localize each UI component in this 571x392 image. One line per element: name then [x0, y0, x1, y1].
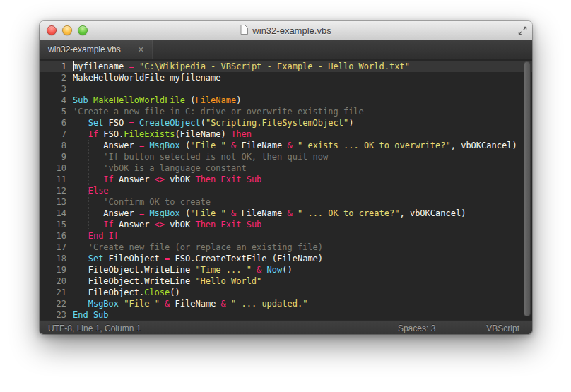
- traffic-lights: [47, 21, 88, 40]
- code-editor[interactable]: 1myfilename = "C:\Wikipedia - VBScript -…: [40, 59, 532, 320]
- code-lines: 1myfilename = "C:\Wikipedia - VBScript -…: [40, 61, 532, 320]
- line-number[interactable]: 23: [40, 309, 66, 320]
- line-number[interactable]: 22: [40, 298, 66, 309]
- code-text: If Answer <> vbOK Then Exit Sub: [73, 219, 261, 230]
- tab-win32-example[interactable]: win32-example.vbs ✕: [40, 40, 153, 59]
- code-text: Sub MakeHelloWorldFile (FileName): [73, 95, 241, 106]
- code-line[interactable]: 1myfilename = "C:\Wikipedia - VBScript -…: [40, 61, 532, 72]
- code-text: Else: [73, 185, 109, 196]
- line-number[interactable]: 20: [40, 275, 66, 287]
- code-line[interactable]: 13 'Confirm OK to create: [40, 196, 532, 208]
- code-text: 'Confirm OK to create: [73, 196, 211, 208]
- line-number[interactable]: 12: [40, 185, 66, 196]
- code-line[interactable]: 14 Answer = MsgBox ("File " & FileName &…: [40, 208, 532, 219]
- code-line[interactable]: 6 Set FSO = CreateObject("Scripting.File…: [40, 117, 532, 129]
- status-syntax[interactable]: VBScript: [486, 323, 519, 333]
- code-line[interactable]: 7 If FSO.FileExists(FileName) Then: [40, 129, 532, 140]
- line-number[interactable]: 2: [40, 72, 66, 83]
- line-number[interactable]: 17: [40, 242, 66, 253]
- code-text: 'vbOK is a language constant: [73, 162, 247, 174]
- vertical-scrollbar[interactable]: [524, 61, 531, 316]
- titlebar[interactable]: win32-example.vbs: [40, 21, 532, 40]
- code-line[interactable]: 19 FileObject.WriteLine "Time ... " & No…: [40, 264, 532, 275]
- line-number[interactable]: 1: [40, 61, 66, 72]
- code-line[interactable]: 5'Create a new file in C: drive or overw…: [40, 106, 532, 117]
- code-text: MakeHelloWorldFile myfilename: [73, 72, 221, 83]
- editor-window: win32-example.vbs win32-example.vbs ✕ 1m…: [40, 21, 532, 334]
- code-line[interactable]: 15 If Answer <> vbOK Then Exit Sub: [40, 219, 532, 230]
- line-number[interactable]: 14: [40, 208, 66, 219]
- code-text: Set FSO = CreateObject("Scripting.FileSy…: [73, 117, 353, 129]
- window-title-area: win32-example.vbs: [240, 25, 331, 37]
- code-text: FileObject.WriteLine "Hello World": [73, 275, 261, 287]
- close-window-button[interactable]: [47, 25, 57, 35]
- code-line[interactable]: 3: [40, 83, 532, 95]
- code-text: myfilename = "C:\Wikipedia - VBScript - …: [73, 61, 410, 72]
- line-number[interactable]: 16: [40, 230, 66, 242]
- window-title: win32-example.vbs: [252, 25, 331, 36]
- code-line[interactable]: 8 Answer = MsgBox ("File " & FileName & …: [40, 140, 532, 151]
- line-number[interactable]: 10: [40, 162, 66, 174]
- code-line[interactable]: 12 Else: [40, 185, 532, 196]
- code-line[interactable]: 17 'Create new file (or replace an exist…: [40, 242, 532, 253]
- line-number[interactable]: 3: [40, 83, 66, 95]
- code-text: If Answer <> vbOK Then Exit Sub: [73, 174, 261, 185]
- code-line[interactable]: 21 FileObject.Close(): [40, 287, 532, 298]
- line-number[interactable]: 8: [40, 140, 66, 151]
- code-text: Answer = MsgBox ("File " & FileName & " …: [73, 208, 466, 219]
- code-text: End If: [73, 230, 119, 242]
- tab-close-icon[interactable]: ✕: [138, 46, 144, 54]
- fullscreen-button[interactable]: [517, 25, 528, 36]
- code-text: 'Create new file (or replace an existing…: [73, 242, 323, 253]
- code-text: Set FileObject = FSO.CreateTextFile (Fil…: [73, 253, 323, 264]
- minimize-window-button[interactable]: [62, 25, 72, 35]
- line-number[interactable]: 7: [40, 129, 66, 140]
- line-number[interactable]: 21: [40, 287, 66, 298]
- code-text: If FSO.FileExists(FileName) Then: [73, 129, 252, 140]
- code-line[interactable]: 4Sub MakeHelloWorldFile (FileName): [40, 95, 532, 106]
- code-text: End Sub: [73, 309, 109, 320]
- code-text: FileObject.WriteLine "Time ... " & Now(): [73, 264, 293, 275]
- code-line[interactable]: 20 FileObject.WriteLine "Hello World": [40, 275, 532, 287]
- line-number[interactable]: 9: [40, 151, 66, 162]
- status-position: UTF-8, Line 1, Column 1: [40, 323, 141, 333]
- scrollbar-thumb[interactable]: [524, 61, 531, 316]
- zoom-window-button[interactable]: [78, 25, 88, 35]
- line-number[interactable]: 4: [40, 95, 66, 106]
- line-number[interactable]: 15: [40, 219, 66, 230]
- line-number[interactable]: 11: [40, 174, 66, 185]
- text-cursor: [73, 61, 74, 71]
- code-line[interactable]: 22 MsgBox "File " & FileName & " ... upd…: [40, 298, 532, 309]
- status-bar: UTF-8, Line 1, Column 1 Spaces: 3 VBScri…: [40, 320, 532, 334]
- line-number[interactable]: 13: [40, 196, 66, 208]
- line-number[interactable]: 6: [40, 117, 66, 129]
- code-text: 'If button selected is not OK, then quit…: [73, 151, 328, 162]
- code-line[interactable]: 16 End If: [40, 230, 532, 242]
- code-line[interactable]: 18 Set FileObject = FSO.CreateTextFile (…: [40, 253, 532, 264]
- code-text: MsgBox "File " & FileName & " ... update…: [73, 298, 307, 309]
- code-text: 'Create a new file in C: drive or overwr…: [73, 106, 364, 117]
- code-line[interactable]: 11 If Answer <> vbOK Then Exit Sub: [40, 174, 532, 185]
- document-icon: [240, 25, 248, 37]
- tab-label: win32-example.vbs: [48, 44, 121, 54]
- code-line[interactable]: 23End Sub: [40, 309, 532, 320]
- status-indentation[interactable]: Spaces: 3: [398, 323, 435, 333]
- code-line[interactable]: 9 'If button selected is not OK, then qu…: [40, 151, 532, 162]
- code-line[interactable]: 10 'vbOK is a language constant: [40, 162, 532, 174]
- line-number[interactable]: 19: [40, 264, 66, 275]
- code-line[interactable]: 2MakeHelloWorldFile myfilename: [40, 72, 532, 83]
- line-number[interactable]: 18: [40, 253, 66, 264]
- tab-bar: win32-example.vbs ✕: [40, 40, 532, 59]
- code-text: Answer = MsgBox ("File " & FileName & " …: [73, 140, 517, 151]
- code-text: FileObject.Close(): [73, 287, 180, 298]
- line-number[interactable]: 5: [40, 106, 66, 117]
